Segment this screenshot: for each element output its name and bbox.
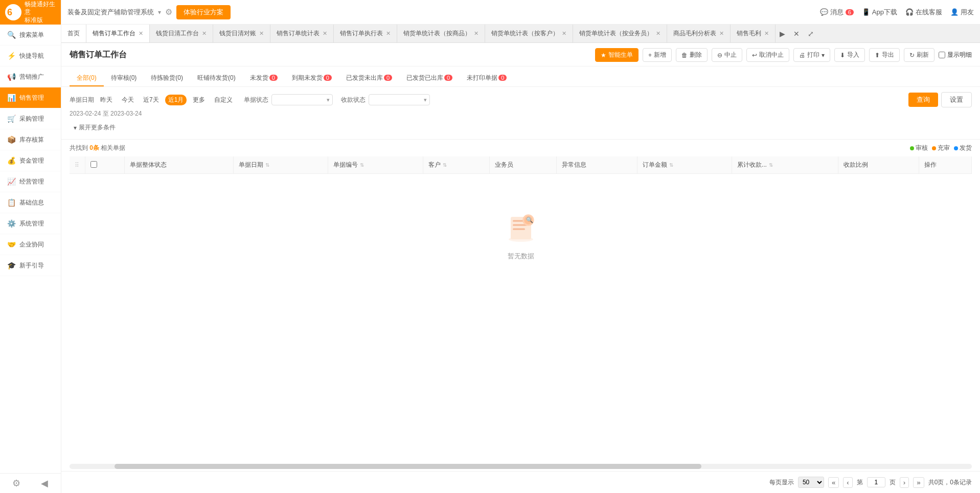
sub-tab-shipped-out[interactable]: 已发货已出库0 bbox=[399, 71, 460, 86]
tab-home-label: 首页 bbox=[67, 29, 80, 38]
sidebar-item-base[interactable]: 📋 基础信息 bbox=[0, 192, 61, 213]
tab-gross-profit[interactable]: 商品毛利分析表 ✕ bbox=[667, 25, 731, 42]
sub-tab-all[interactable]: 全部(0) bbox=[70, 71, 104, 86]
stop-btn[interactable]: ⊖ 中止 bbox=[712, 48, 742, 62]
col-customer[interactable]: 客户⇅ bbox=[423, 156, 489, 174]
sidebar-item-finance[interactable]: 💰 资金管理 bbox=[0, 150, 61, 171]
sub-tab-not-shipped[interactable]: 未发货0 bbox=[243, 71, 285, 86]
tab-expand-btn[interactable]: ⤢ bbox=[804, 25, 818, 42]
sidebar-item-guide[interactable]: 🎓 新手引导 bbox=[0, 255, 61, 276]
user-menu-btn[interactable]: 👤 用友 bbox=[950, 8, 974, 17]
unreviewed-btn[interactable]: 充审 bbox=[932, 144, 950, 152]
sidebar-collapse-btn[interactable]: ◀ bbox=[33, 478, 57, 489]
scroll-thumb[interactable] bbox=[115, 464, 701, 469]
operations-icon: 📈 bbox=[6, 176, 16, 187]
header-settings-icon[interactable]: ⚙ bbox=[165, 7, 172, 17]
prev-page-btn[interactable]: ‹ bbox=[843, 477, 852, 488]
date-1month-btn[interactable]: 近1月 bbox=[165, 95, 187, 105]
sub-tab-pending-review[interactable]: 待审核(0) bbox=[104, 71, 144, 86]
delete-btn[interactable]: 🗑 删除 bbox=[676, 48, 708, 62]
date-today-btn[interactable]: 今天 bbox=[119, 95, 137, 105]
sidebar-item-sales[interactable]: 📊 销售管理 bbox=[0, 87, 61, 108]
print-btn[interactable]: 🖨 打印 ▾ bbox=[793, 48, 830, 62]
date-more-btn[interactable]: 更多 bbox=[190, 95, 208, 105]
tab-home[interactable]: 首页 bbox=[61, 25, 86, 42]
tab-customer-close[interactable]: ✕ bbox=[562, 30, 566, 37]
col-amount[interactable]: 订单金额⇅ bbox=[637, 156, 732, 174]
sub-tab-shipped-not-out[interactable]: 已发货未出库0 bbox=[339, 71, 399, 86]
col-number[interactable]: 单据编号⇅ bbox=[328, 156, 423, 174]
date-range-text: 2023-02-24 至 2023-03-24 bbox=[70, 110, 142, 117]
sidebar-item-purchase[interactable]: 🛒 采购管理 bbox=[0, 108, 61, 129]
cancel-stop-btn[interactable]: ↩ 取消中止 bbox=[746, 48, 789, 62]
sidebar-item-search[interactable]: 🔍 搜索菜单 bbox=[0, 25, 61, 46]
sub-tab-expired[interactable]: 到期未发货0 bbox=[285, 71, 339, 86]
app-download-btn[interactable]: 📱 App下载 bbox=[862, 8, 897, 17]
sidebar-item-operations[interactable]: 📈 经营管理 bbox=[0, 171, 61, 192]
sidebar-item-quick-nav[interactable]: ⚡ 快捷导航 bbox=[0, 46, 61, 66]
sidebar-item-system[interactable]: ⚙️ 系统管理 bbox=[0, 213, 61, 234]
tab-sales-summary-customer[interactable]: 销货单统计表（按客户） ✕ bbox=[485, 25, 573, 42]
tab-cash-daily-close[interactable]: ✕ bbox=[202, 30, 207, 37]
page-input[interactable] bbox=[867, 477, 885, 487]
sub-tab-pending-check[interactable]: 待拣验货(0) bbox=[144, 71, 190, 86]
tab-sales-stats-close[interactable]: ✕ bbox=[323, 30, 327, 37]
show-detail-checkbox[interactable] bbox=[939, 52, 945, 58]
new-btn[interactable]: + 新增 bbox=[643, 48, 672, 62]
export-btn[interactable]: ⬆ 导出 bbox=[869, 48, 900, 62]
tab-sales-workbench-close[interactable]: ✕ bbox=[139, 30, 143, 37]
tab-sales-workbench[interactable]: 销售订单工作台 ✕ bbox=[86, 25, 150, 42]
tab-close-all-btn[interactable]: ✕ bbox=[789, 25, 804, 42]
sidebar-settings-btn[interactable]: ⚙ bbox=[4, 478, 29, 489]
tab-product-close[interactable]: ✕ bbox=[474, 30, 478, 37]
industry-solution-btn[interactable]: 体验行业方案 bbox=[176, 5, 231, 19]
tab-staff-close[interactable]: ✕ bbox=[656, 30, 660, 37]
messages-btn[interactable]: 💬 消息 6 bbox=[820, 8, 854, 17]
date-custom-btn[interactable]: 自定义 bbox=[211, 95, 236, 105]
set-btn[interactable]: 设置 bbox=[941, 92, 972, 107]
sidebar-item-marketing[interactable]: 📢 营销推广 bbox=[0, 66, 61, 87]
tab-sales-exec-close[interactable]: ✕ bbox=[386, 30, 391, 37]
tab-more-btn[interactable]: ▶ bbox=[776, 25, 789, 42]
import-btn[interactable]: ⬇ 导入 bbox=[834, 48, 865, 62]
sub-tab-not-printed[interactable]: 未打印单据0 bbox=[460, 71, 514, 86]
next-page-btn[interactable]: › bbox=[900, 477, 909, 488]
tab-cash-daily[interactable]: 钱货日清工作台 ✕ bbox=[150, 25, 213, 42]
ship-btn[interactable]: 发货 bbox=[954, 144, 972, 152]
tab-gross-profit-label: 商品毛利分析表 bbox=[673, 29, 716, 38]
tab-cash-reconcile[interactable]: 钱货日清对账 ✕ bbox=[213, 25, 270, 42]
select-all-checkbox[interactable] bbox=[90, 161, 97, 168]
tab-sales-profit[interactable]: 销售毛利 ✕ bbox=[731, 25, 776, 42]
payment-select[interactable] bbox=[369, 94, 430, 105]
sidebar-item-inventory[interactable]: 📦 库存核算 bbox=[0, 129, 61, 150]
online-service-btn[interactable]: 🎧 在线客服 bbox=[905, 8, 942, 17]
tab-cash-reconcile-close[interactable]: ✕ bbox=[259, 30, 264, 37]
refresh-btn[interactable]: ↻ 刷新 bbox=[904, 48, 935, 62]
show-detail-label[interactable]: 显示明细 bbox=[939, 51, 972, 59]
sidebar-item-enterprise[interactable]: 🤝 企业协同 bbox=[0, 234, 61, 255]
date-yesterday-btn[interactable]: 昨天 bbox=[97, 95, 116, 105]
horizontal-scrollbar[interactable] bbox=[70, 464, 972, 469]
sub-tab-wangpu[interactable]: 旺铺待发货(0) bbox=[190, 71, 243, 86]
date-filter-label: 单据日期 bbox=[70, 96, 94, 104]
tab-sales-exec[interactable]: 销售订单执行表 ✕ bbox=[334, 25, 397, 42]
first-page-btn[interactable]: « bbox=[828, 477, 839, 488]
page-size-select[interactable]: 50 10 20 100 bbox=[798, 477, 824, 488]
tab-sales-profit-close[interactable]: ✕ bbox=[764, 30, 769, 37]
tab-sales-profit-label: 销售毛利 bbox=[737, 29, 761, 38]
smart-create-btn[interactable]: ★ 智能生单 bbox=[595, 48, 639, 62]
date-7days-btn[interactable]: 近7天 bbox=[140, 95, 162, 105]
status-select[interactable] bbox=[271, 94, 333, 105]
tab-sales-stats[interactable]: 销售订单统计表 ✕ bbox=[270, 25, 334, 42]
expand-filter-btn[interactable]: ▾ 展开更多条件 bbox=[70, 121, 972, 134]
last-page-btn[interactable]: » bbox=[913, 477, 924, 488]
tab-sales-summary-product[interactable]: 销货单统计表（按商品） ✕ bbox=[397, 25, 485, 42]
tab-gross-profit-close[interactable]: ✕ bbox=[719, 30, 724, 37]
query-btn[interactable]: 查询 bbox=[908, 93, 938, 107]
refresh-icon: ↻ bbox=[909, 52, 915, 59]
header-dropdown-arrow[interactable]: ▾ bbox=[158, 9, 161, 16]
col-date[interactable]: 单据日期⇅ bbox=[234, 156, 328, 174]
review-btn[interactable]: 审核 bbox=[910, 144, 928, 152]
tab-sales-summary-staff[interactable]: 销货单统计表（按业务员） ✕ bbox=[573, 25, 667, 42]
col-collected[interactable]: 累计收款...⇅ bbox=[732, 156, 838, 174]
